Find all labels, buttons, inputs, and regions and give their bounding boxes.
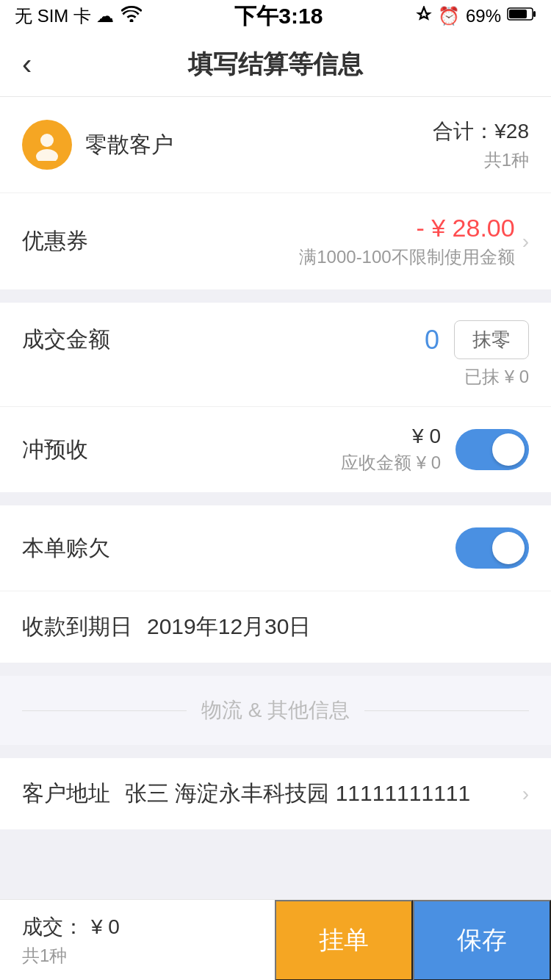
alarm-icon: ⏰ (438, 6, 460, 26)
logistics-section: 物流 & 其他信息 (0, 676, 551, 745)
coupon-right: - ¥ 28.00 满1000-100不限制使用金额 (299, 214, 514, 269)
bottom-deal-amount: ¥ 0 (91, 915, 120, 939)
customer-total: 合计：¥28 共1种 (433, 118, 529, 172)
status-bar-right: ⏰ 69% (416, 6, 536, 26)
coupon-label: 优惠券 (22, 226, 88, 256)
svg-rect-1 (533, 11, 536, 17)
pre-right: ¥ 0 应收金额 ¥ 0 (341, 425, 529, 475)
status-bar-time: 下午3:18 (234, 1, 323, 32)
back-button[interactable]: ‹ (22, 48, 32, 81)
total-amount: 合计：¥28 (433, 118, 529, 145)
page-title: 填写结算等信息 (188, 48, 363, 82)
round-button[interactable]: 抹零 (454, 320, 529, 359)
battery-icon (507, 6, 536, 26)
pre-receive-toggle[interactable] (455, 429, 529, 470)
debt-row: 本单赊欠 (0, 505, 551, 591)
hang-button[interactable]: 挂单 (275, 900, 413, 981)
logistics-line-right (364, 710, 529, 711)
bottom-deal: 成交： ¥ 0 (22, 913, 253, 941)
logistics-label: 物流 & 其他信息 (201, 696, 350, 724)
pre-amounts: ¥ 0 应收金额 ¥ 0 (341, 425, 441, 475)
bottom-count: 共1种 (22, 944, 253, 968)
coupon-right-wrap: - ¥ 28.00 满1000-100不限制使用金额 › (299, 214, 529, 269)
address-arrow-icon: › (522, 782, 529, 806)
debt-section: 本单赊欠 收款到期日 2019年12月30日 (0, 505, 551, 663)
svg-point-3 (40, 134, 54, 147)
save-button[interactable]: 保存 (413, 900, 551, 981)
pre-amount-main: ¥ 0 (341, 425, 441, 448)
address-section: 客户地址 张三 海淀永丰科技园 11111111111 › (0, 758, 551, 829)
deal-label: 成交金额 (22, 325, 110, 355)
deal-top: 成交金额 0 抹零 (22, 320, 529, 359)
deal-sub: 已抹 ¥ 0 (22, 365, 529, 389)
battery-text: 69% (466, 6, 501, 26)
due-date-row: 收款到期日 2019年12月30日 (0, 591, 551, 663)
pre-receive-label: 冲预收 (22, 435, 88, 465)
due-date-label: 收款到期日 (22, 612, 132, 642)
pre-amount-sub: 应收金额 ¥ 0 (341, 451, 441, 475)
address-label: 客户地址 (22, 779, 110, 809)
bottom-info: 成交： ¥ 0 共1种 (0, 913, 275, 968)
due-date-value: 2019年12月30日 (147, 612, 311, 642)
debt-toggle[interactable] (455, 527, 529, 569)
deal-right: 0 抹零 (425, 320, 529, 359)
coupon-desc: 满1000-100不限制使用金额 (299, 245, 514, 269)
deal-value: 0 (425, 325, 439, 356)
deal-row: 成交金额 0 抹零 已抹 ¥ 0 (0, 303, 551, 406)
status-bar-left: 无 SIM 卡 ☁ (15, 4, 142, 28)
status-bar: 无 SIM 卡 ☁ 下午3:18 ⏰ 69% (0, 0, 551, 32)
address-row[interactable]: 客户地址 张三 海淀永丰科技园 11111111111 › (0, 758, 551, 829)
bottom-deal-label: 成交： (22, 913, 84, 941)
address-value: 张三 海淀永丰科技园 11111111111 (125, 779, 522, 809)
total-count: 共1种 (433, 148, 529, 172)
pre-receive-row: 冲预收 ¥ 0 应收金额 ¥ 0 (0, 406, 551, 492)
logistics-line-left (22, 710, 187, 711)
customer-left: 零散客户 (22, 120, 173, 170)
nav-bar: ‹ 填写结算等信息 (0, 32, 551, 97)
coupon-row[interactable]: 优惠券 - ¥ 28.00 满1000-100不限制使用金额 › (0, 192, 551, 289)
customer-name: 零散客户 (85, 130, 173, 160)
customer-row: 零散客户 合计：¥28 共1种 (0, 97, 551, 192)
coupon-arrow-icon: › (522, 230, 529, 253)
debt-label: 本单赊欠 (22, 533, 110, 563)
coupon-amount: - ¥ 28.00 (299, 214, 514, 242)
bottom-bar: 成交： ¥ 0 共1种 挂单 保存 (0, 899, 551, 980)
avatar (22, 120, 72, 170)
customer-section: 零散客户 合计：¥28 共1种 优惠券 - ¥ 28.00 满1000-100不… (0, 97, 551, 289)
deal-section: 成交金额 0 抹零 已抹 ¥ 0 冲预收 ¥ 0 应收金额 ¥ 0 (0, 303, 551, 492)
logistics-header: 物流 & 其他信息 (0, 676, 551, 745)
location-icon (416, 6, 432, 26)
no-sim-text: 无 SIM 卡 ☁ (15, 4, 114, 28)
logistics-divider: 物流 & 其他信息 (22, 696, 529, 724)
svg-rect-2 (509, 10, 527, 18)
svg-point-4 (36, 149, 58, 161)
wifi-icon (121, 6, 142, 26)
